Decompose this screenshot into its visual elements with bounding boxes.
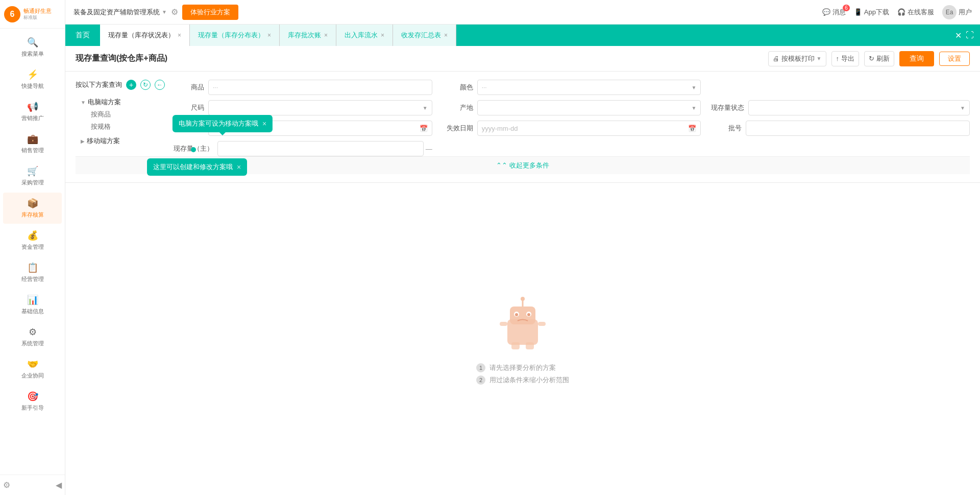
system-title-select[interactable]: 装备及固定资产辅助管理系统 ▼ <box>74 8 167 17</box>
desktop-scheme-group-title[interactable]: ▼ 电脑端方案 <box>81 96 167 108</box>
print-button[interactable]: 🖨 按模板打印 ▼ <box>768 51 826 66</box>
sidebar-item-marketing[interactable]: 📢 营销推广 <box>3 96 62 127</box>
query-button[interactable]: 查询 <box>899 51 934 66</box>
filter-arrow-btn[interactable]: ← <box>155 80 165 90</box>
sidebar-item-basic-info[interactable]: 📊 基础信息 <box>3 289 62 320</box>
export-button[interactable]: ↑ 导出 <box>831 51 860 66</box>
sidebar: 6 畅通好生意 标准版 🔍 搜索菜单 ⚡ 快捷导航 📢 营销推广 💼 销售 <box>0 0 65 495</box>
tab-close-inventory-dist[interactable]: × <box>267 32 271 39</box>
batch-input[interactable] <box>746 121 970 136</box>
sidebar-item-enterprise[interactable]: 🤝 企业协同 <box>3 353 62 385</box>
empty-step-1: 1 请先选择要分析的方案 <box>476 363 569 372</box>
svg-rect-9 <box>538 322 546 326</box>
exp-date-calendar-icon[interactable]: 📅 <box>688 125 696 132</box>
tab-close-flow[interactable]: × <box>381 32 384 39</box>
dropdown-arrow-icon: ▼ <box>162 9 167 15</box>
size-select[interactable]: ▼ <box>208 100 432 115</box>
operations-icon: 📋 <box>27 262 38 273</box>
tab-close-collect[interactable]: × <box>444 32 448 39</box>
tab-inventory-dist[interactable]: 现存量（库存分布表） × <box>190 25 280 46</box>
sidebar-item-search[interactable]: 🔍 搜索菜单 <box>3 32 62 63</box>
header-left: 装备及固定资产辅助管理系统 ▼ ⚙ 体验行业方案 <box>74 5 238 20</box>
scheme-tooltip-close[interactable]: × <box>262 120 266 128</box>
prod-date-calendar-icon[interactable]: 📅 <box>420 125 428 132</box>
tab-fullscreen-btn[interactable]: ⛶ <box>966 31 974 40</box>
tab-inventory-status[interactable]: 现存量（库存状况表） × <box>100 25 190 46</box>
tab-collect-send[interactable]: 收发存汇总表 × <box>393 25 456 46</box>
goods-select[interactable]: ··· <box>208 80 432 95</box>
sidebar-item-inventory[interactable]: 📦 库存核算 <box>3 193 62 224</box>
export-icon: ↑ <box>836 55 840 62</box>
filter-add-btn[interactable]: + <box>126 80 136 90</box>
page-actions: 🖨 按模板打印 ▼ ↑ 导出 ↻ 刷新 查询 设置 <box>768 51 970 66</box>
origin-arrow-icon: ▼ <box>691 105 696 111</box>
print-icon: 🖨 <box>773 55 779 62</box>
sidebar-logo: 6 畅通好生意 标准版 <box>0 0 65 29</box>
svg-point-4 <box>515 313 518 316</box>
desktop-scheme-item-1[interactable]: 按商品 <box>81 108 167 121</box>
sidebar-item-finance[interactable]: 💰 资金管理 <box>3 225 62 256</box>
refresh-button[interactable]: ↻ 刷新 <box>864 51 894 66</box>
set-button[interactable]: 设置 <box>939 52 970 66</box>
empty-state: 1 请先选择要分析的方案 2 用过滤条件来缩小分析范围 <box>65 183 980 495</box>
sidebar-collapse-btn[interactable]: ◀ <box>56 480 62 490</box>
edit-tooltip-popup: 这里可以创建和修改方案哦 × <box>147 158 247 176</box>
filter-area: 按以下方案查询 + ↻ ← ▼ 电脑端方案 按商品 按规 <box>65 72 980 183</box>
filter-row-batch: 批号 <box>711 121 970 136</box>
trial-button[interactable]: 体验行业方案 <box>182 5 238 20</box>
filter-scheme-panel: 按以下方案查询 + ↻ ← ▼ 电脑端方案 按商品 按规 <box>76 80 167 149</box>
color-select[interactable]: ··· ▼ <box>477 80 701 95</box>
edit-tooltip-close[interactable]: × <box>237 163 241 171</box>
svg-rect-10 <box>511 342 520 349</box>
desktop-scheme-item-2[interactable]: 按规格 <box>81 121 167 133</box>
inventory-icon: 📦 <box>27 198 38 209</box>
app-download-btn[interactable]: 📱 App下载 <box>854 8 889 17</box>
online-service-btn[interactable]: 🎧 在线客服 <box>897 8 934 17</box>
tab-close-batch[interactable]: × <box>324 32 328 39</box>
message-btn[interactable]: 💬 消息 6 <box>822 8 846 17</box>
size-arrow-icon: ▼ <box>423 105 428 111</box>
header-settings-icon[interactable]: ⚙ <box>171 7 178 17</box>
basic-info-icon: 📊 <box>27 294 38 305</box>
empty-illustration <box>492 294 553 355</box>
empty-steps: 1 请先选择要分析的方案 2 用过滤条件来缩小分析范围 <box>476 363 569 385</box>
logo-text: 畅通好生意 标准版 <box>23 7 52 21</box>
filter-row-color: 颜色 ··· ▼ <box>443 80 701 95</box>
sidebar-item-operations[interactable]: 📋 经营管理 <box>3 257 62 288</box>
page-title: 现存量查询(按仓库+商品) <box>76 53 167 64</box>
refresh-icon: ↻ <box>869 55 874 62</box>
filter-row-size: 尺码 ▼ <box>174 100 432 115</box>
filter-refresh-btn[interactable]: ↻ <box>140 80 151 90</box>
sidebar-nav: 🔍 搜索菜单 ⚡ 快捷导航 📢 营销推广 💼 销售管理 🛒 采购管理 📦 <box>0 29 65 475</box>
tab-batch-account[interactable]: 库存批次账 × <box>280 25 336 46</box>
sidebar-item-quick-nav[interactable]: ⚡ 快捷导航 <box>3 64 62 95</box>
empty-step-2: 2 用过滤条件来缩小分析范围 <box>476 375 569 385</box>
tab-close-inventory-status[interactable]: × <box>178 32 181 39</box>
exp-date-input[interactable]: yyyy-mm-dd 📅 <box>477 121 701 136</box>
stock-qty-min[interactable] <box>217 141 424 156</box>
user-menu-btn[interactable]: Ea 用户 <box>942 5 972 19</box>
tab-bar-end: ✕ ⛶ <box>955 31 980 40</box>
filter-row-exp-date: 失效日期 yyyy-mm-dd 📅 <box>443 121 701 136</box>
footer-settings-btn[interactable]: ⚙ <box>3 480 10 490</box>
print-dropdown-icon: ▼ <box>817 56 822 61</box>
tab-home[interactable]: 首页 <box>65 25 100 46</box>
stock-status-select[interactable]: ▼ <box>748 100 970 115</box>
origin-select[interactable]: ▼ <box>477 100 701 115</box>
mobile-group-arrow: ▶ <box>81 138 85 144</box>
filter-row-stock-qty: 现存量（主） — <box>174 141 432 156</box>
scheme-list: ▼ 电脑端方案 按商品 按规格 ▶ 移动端方案 <box>81 96 167 147</box>
svg-point-7 <box>521 297 525 301</box>
guide-icon: 🎯 <box>27 391 38 402</box>
sidebar-item-system[interactable]: ⚙ 系统管理 <box>3 321 62 352</box>
main-content: 装备及固定资产辅助管理系统 ▼ ⚙ 体验行业方案 💬 消息 6 📱 App下载 … <box>65 0 980 495</box>
tab-in-out-flow[interactable]: 出入库流水 × <box>336 25 393 46</box>
sidebar-item-purchase[interactable]: 🛒 采购管理 <box>3 160 62 192</box>
mobile-scheme-group-title[interactable]: ▶ 移动端方案 <box>81 135 167 147</box>
sidebar-item-sales[interactable]: 💼 销售管理 <box>3 128 62 159</box>
collapse-icon: ⌃⌃ <box>496 161 507 169</box>
sidebar-item-guide[interactable]: 🎯 新手引导 <box>3 386 62 417</box>
tab-close-all-btn[interactable]: ✕ <box>955 31 962 40</box>
step-2-num: 2 <box>476 375 485 385</box>
enterprise-icon: 🤝 <box>27 359 38 370</box>
